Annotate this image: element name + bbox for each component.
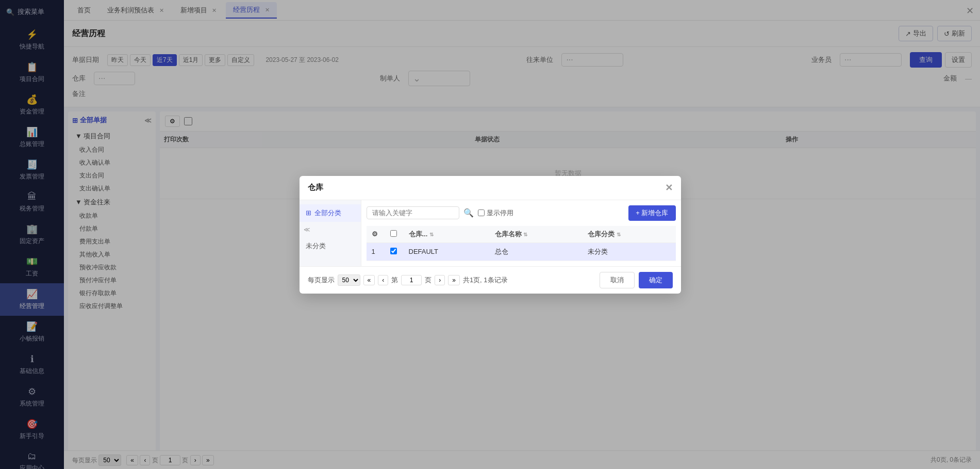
modal-first-page[interactable]: « [363,275,375,285]
modal-footer: 每页显示 50 « ‹ 第 页 › » 共1页, 1条记录 取消 确定 [300,266,681,294]
row-category: 未分类 [583,242,675,261]
modal-per-page-select[interactable]: 50 [338,274,360,286]
add-warehouse-button[interactable]: + 新增仓库 [628,205,675,221]
modal-next-page[interactable]: › [435,275,445,285]
modal-last-page[interactable]: » [448,275,460,285]
row-index: 1 [367,242,385,261]
warehouse-modal: 仓库 ✕ ⊞ 全部分类 ≪ 未分类 🔍 [300,176,681,294]
modal-overlay: 仓库 ✕ ⊞ 全部分类 ≪ 未分类 🔍 [0,0,980,469]
modal-page-label: 第 [391,276,398,285]
row-name: 总仓 [490,242,583,261]
col-code: 仓库... ⇅ [404,226,490,243]
col-gear: ⚙ [367,226,385,243]
show-disabled-toggle: 显示停用 [478,208,513,218]
sort-icon-code: ⇅ [429,232,434,237]
table-row[interactable]: 1 DEFAULT 总仓 未分类 [367,242,676,261]
sort-icon-category: ⇅ [617,232,621,237]
modal-body: ⊞ 全部分类 ≪ 未分类 🔍 显示停用 + 新增仓库 [300,200,681,266]
modal-uncategorized[interactable]: 未分类 [300,237,361,255]
modal-table: ⚙ 仓库... ⇅ 仓库名称 ⇅ [367,226,676,261]
col-checkbox [385,226,404,243]
col-category: 仓库分类 ⇅ [583,226,675,243]
modal-cancel-button[interactable]: 取消 [600,272,635,288]
modal-title: 仓库 [308,183,323,192]
grid-icon2: ⊞ [306,209,311,217]
modal-search-button[interactable]: 🔍 [463,208,474,218]
modal-search-input[interactable] [367,206,459,219]
modal-table-container: ⚙ 仓库... ⇅ 仓库名称 ⇅ [367,226,676,261]
row-select-checkbox[interactable] [390,248,397,254]
modal-prev-page[interactable]: ‹ [378,275,388,285]
modal-confirm-button[interactable]: 确定 [639,272,673,288]
modal-total: 共1页, 1条记录 [463,276,508,285]
modal-select-all[interactable] [390,230,397,237]
modal-category-all[interactable]: ⊞ 全部分类 [300,204,361,222]
show-disabled-checkbox[interactable] [478,209,485,216]
sort-icon-name: ⇅ [523,232,527,237]
modal-pagination: 每页显示 50 « ‹ 第 页 › » 共1页, 1条记录 [308,274,508,286]
modal-close-button[interactable]: ✕ [665,182,673,193]
modal-page-label2: 页 [425,276,431,285]
row-checkbox[interactable] [385,242,404,261]
col-name: 仓库名称 ⇅ [490,226,583,243]
modal-right-panel: 🔍 显示停用 + 新增仓库 ⚙ [361,200,681,266]
row-code: DEFAULT [404,242,490,261]
modal-page-input[interactable] [401,275,422,285]
modal-toolbar: 🔍 显示停用 + 新增仓库 [367,205,676,221]
modal-action-buttons: 取消 确定 [600,272,673,288]
modal-header: 仓库 ✕ [300,176,681,200]
modal-collapse-btn[interactable]: ≪ [300,222,361,237]
modal-left-panel: ⊞ 全部分类 ≪ 未分类 [300,200,361,266]
